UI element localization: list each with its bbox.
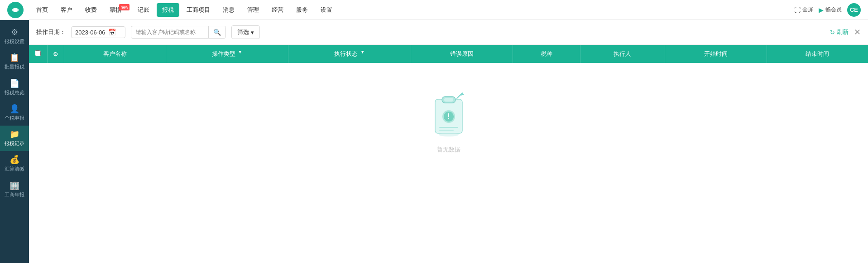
sidebar-item-personal-tax[interactable]: 👤 个税申报 — [0, 100, 29, 126]
empty-state: ! 暂无数据 — [29, 63, 868, 181]
nav-item-accounting[interactable]: 记账 — [132, 3, 155, 17]
tax-settings-icon: ⚙ — [11, 28, 18, 36]
filter-label: 筛选 — [237, 28, 249, 36]
exec-status-sort-icon[interactable]: ▼ — [360, 49, 365, 54]
column-exec-status: 执行状态 ▼ — [288, 45, 411, 63]
nav-item-manage[interactable]: 管理 — [242, 3, 264, 17]
svg-text:!: ! — [447, 112, 450, 120]
search-box: 🔍 — [131, 26, 226, 39]
table-header: ⚙ 客户名称 操作类型 ▼ 执行状态 ▼ — [29, 45, 868, 63]
avatar[interactable]: CE — [847, 3, 861, 17]
sidebar-label-personal-tax: 个税申报 — [5, 115, 24, 121]
annual-report-icon: 🏢 — [10, 181, 19, 190]
refresh-button[interactable]: ↻ 刷新 — [830, 28, 849, 36]
sidebar-label-batch-tax: 批量报税 — [5, 63, 24, 70]
sidebar-label-annual-report: 工商年报 — [5, 191, 24, 198]
sidebar-label-tax-settings: 报税设置 — [5, 38, 24, 44]
table-body: ! 暂无数据 — [29, 63, 868, 181]
nav-item-tax[interactable]: 报税 — [157, 3, 179, 17]
sidebar-label-tax-record: 报税记录 — [5, 140, 24, 146]
filter-button[interactable]: 筛选 ▾ — [231, 25, 260, 39]
nav-item-message[interactable]: 消息 — [217, 3, 240, 17]
fullscreen-button[interactable]: ⛶ 全屏 — [794, 6, 813, 14]
svg-point-1 — [14, 8, 17, 12]
tax-overview-icon: 📄 — [10, 79, 19, 88]
column-settings: ⚙ — [47, 45, 64, 63]
nav-item-operation[interactable]: 经营 — [266, 3, 289, 17]
svg-rect-4 — [444, 98, 453, 102]
batch-tax-icon: 📋 — [10, 54, 19, 62]
empty-text: 暂无数据 — [437, 146, 460, 154]
toolbar: 操作日期： 2023-06-06 📅 🔍 筛选 ▾ ↻ 刷新 ✕ — [29, 20, 868, 45]
sidebar-label-tax-overview: 报税总览 — [5, 89, 24, 96]
new-badge: new — [119, 4, 129, 10]
member-button[interactable]: ▶ 畅会员 — [819, 6, 842, 14]
top-nav-right: ⛶ 全屏 ▶ 畅会员 CE — [794, 3, 861, 17]
main-layout: ⚙ 报税设置 📋 批量报税 📄 报税总览 👤 个税申报 📁 报税记录 💰 汇算清… — [0, 20, 868, 263]
date-picker[interactable]: 2023-06-06 📅 — [71, 26, 125, 38]
nav-item-home[interactable]: 首页 — [31, 3, 53, 17]
nav-item-commerce[interactable]: 工商项目 — [181, 3, 216, 17]
sidebar-item-tax-settings[interactable]: ⚙ 报税设置 — [0, 24, 29, 49]
content-area: 操作日期： 2023-06-06 📅 🔍 筛选 ▾ ↻ 刷新 ✕ — [29, 20, 868, 263]
nav-item-customer[interactable]: 客户 — [55, 3, 78, 17]
empty-illustration: ! — [426, 90, 471, 140]
column-start-time: 开始时间 — [665, 45, 767, 63]
column-customer-name: 客户名称 — [64, 45, 166, 63]
calendar-icon: 📅 — [108, 29, 116, 36]
refresh-label: 刷新 — [837, 28, 849, 36]
sidebar-item-settlement[interactable]: 💰 汇算清缴 — [0, 151, 29, 176]
nav-item-service[interactable]: 服务 — [291, 3, 313, 17]
nav-item-fee[interactable]: 收费 — [80, 3, 102, 17]
table-wrapper: ⚙ 客户名称 操作类型 ▼ 执行状态 ▼ — [29, 45, 868, 263]
sidebar-item-tax-overview[interactable]: 📄 报税总览 — [0, 75, 29, 100]
column-executor: 执行人 — [580, 45, 665, 63]
personal-tax-icon: 👤 — [10, 105, 19, 113]
sidebar: ⚙ 报税设置 📋 批量报税 📄 报税总览 👤 个税申报 📁 报税记录 💰 汇算清… — [0, 20, 29, 263]
refresh-icon: ↻ — [830, 29, 835, 36]
chevron-down-icon: ▾ — [251, 29, 254, 36]
column-tax-type: 税种 — [513, 45, 580, 63]
nav-item-settings[interactable]: 设置 — [315, 3, 338, 17]
op-type-sort-icon[interactable]: ▼ — [238, 49, 242, 54]
svg-line-8 — [457, 93, 462, 98]
column-op-type: 操作类型 ▼ — [166, 45, 288, 63]
close-button[interactable]: ✕ — [854, 28, 861, 36]
column-end-time: 结束时间 — [767, 45, 868, 63]
settings-icon[interactable]: ⚙ — [53, 51, 58, 58]
settlement-icon: 💰 — [10, 156, 19, 164]
search-button[interactable]: 🔍 — [208, 26, 225, 38]
sidebar-item-annual-report[interactable]: 🏢 工商年报 — [0, 177, 29, 202]
tax-record-icon: 📁 — [10, 130, 19, 138]
sidebar-item-batch-tax[interactable]: 📋 批量报税 — [0, 49, 29, 74]
column-checkbox — [29, 45, 47, 63]
date-value: 2023-06-06 — [75, 29, 106, 36]
sidebar-label-settlement: 汇算清缴 — [5, 166, 24, 172]
date-label: 操作日期： — [36, 28, 66, 36]
svg-point-12 — [439, 133, 459, 136]
nav-menu: 首页 客户 收费 票据 new 记账 报税 工商项目 消息 管理 经营 服务 设… — [31, 3, 794, 17]
search-input[interactable] — [131, 27, 208, 38]
logo[interactable] — [7, 2, 24, 18]
nav-item-ticket[interactable]: 票据 new — [104, 3, 130, 17]
select-all-checkbox[interactable] — [35, 50, 41, 56]
records-table: ⚙ 客户名称 操作类型 ▼ 执行状态 ▼ — [29, 45, 868, 181]
column-error-reason: 错误原因 — [411, 45, 513, 63]
sidebar-item-tax-record[interactable]: 📁 报税记录 — [0, 126, 29, 151]
top-navigation: 首页 客户 收费 票据 new 记账 报税 工商项目 消息 管理 经营 服务 设… — [0, 0, 868, 20]
